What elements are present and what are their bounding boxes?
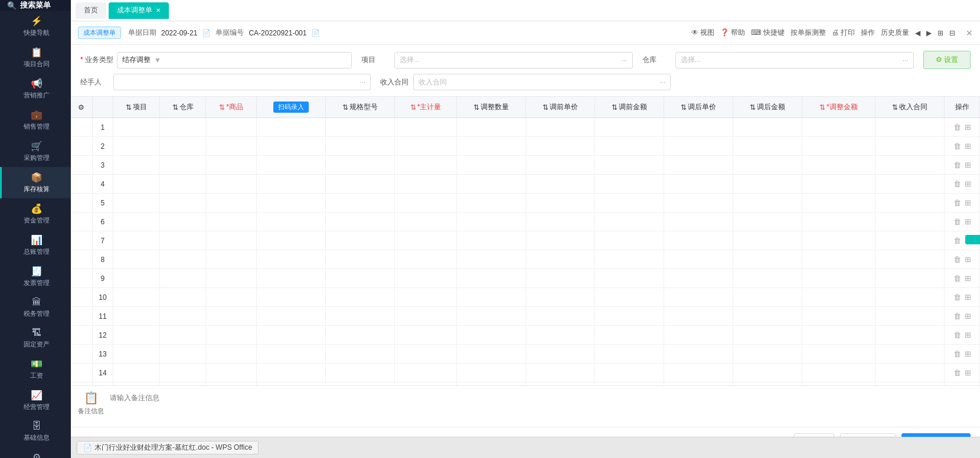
row-project-4[interactable] [113, 175, 159, 194]
row-copy-10[interactable]: ⊞ [965, 293, 971, 302]
row-unit-11[interactable] [394, 307, 456, 326]
row-prev-unit-price-14[interactable] [526, 364, 595, 382]
row-warehouse-4[interactable] [159, 175, 205, 194]
sidebar-item-assets[interactable]: 🏗 固定资产 [0, 323, 71, 354]
row-copy-5[interactable]: ⊞ [965, 198, 971, 207]
row-unit-5[interactable] [394, 194, 456, 212]
row-project-7[interactable] [113, 231, 159, 250]
row-after-amount-8[interactable] [733, 250, 802, 269]
row-spec-4[interactable] [326, 175, 395, 194]
row-prev-amount-4[interactable] [594, 175, 664, 194]
row-adjust-qty-9[interactable] [457, 269, 526, 288]
row-unit-1[interactable] [394, 118, 456, 137]
row-income-contract-2[interactable] [875, 137, 944, 156]
row-prev-unit-price-3[interactable] [526, 156, 595, 175]
row-prev-amount-2[interactable] [594, 137, 664, 156]
row-after-amount-6[interactable] [733, 212, 802, 231]
row-after-unit-price-7[interactable] [664, 231, 733, 250]
row-prev-amount-7[interactable] [594, 231, 664, 250]
row-after-amount-12[interactable] [733, 326, 802, 345]
row-product-4[interactable] [206, 175, 257, 194]
row-income-contract-3[interactable] [875, 156, 944, 175]
row-copy-2[interactable]: ⊞ [965, 142, 971, 151]
row-adjust-qty-13[interactable] [457, 345, 526, 364]
row-income-contract-5[interactable] [875, 194, 944, 212]
row-scan-2[interactable] [257, 137, 326, 156]
row-income-contract-8[interactable] [875, 250, 944, 269]
row-delete-6[interactable]: 🗑 [953, 217, 961, 226]
row-adjust-qty-15[interactable] [457, 382, 526, 386]
row-spec-3[interactable] [326, 156, 395, 175]
row-spec-10[interactable] [326, 288, 395, 307]
row-warehouse-12[interactable] [159, 326, 205, 345]
row-spec-5[interactable] [326, 194, 395, 212]
row-after-amount-3[interactable] [733, 156, 802, 175]
row-prev-unit-price-9[interactable] [526, 269, 595, 288]
sidebar-item-inventory[interactable]: 📦 库存核算 [0, 167, 71, 198]
row-after-unit-price-12[interactable] [664, 326, 733, 345]
sidebar-item-base-info[interactable]: 🗄 基础信息 [0, 416, 71, 447]
row-adjust-amount-2[interactable] [802, 137, 875, 156]
help-action[interactable]: ❓ 帮助 [720, 28, 745, 38]
scan-button[interactable]: 扫码录入 [273, 102, 309, 113]
row-after-amount-4[interactable] [733, 175, 802, 194]
row-prev-unit-price-13[interactable] [526, 345, 595, 364]
row-unit-12[interactable] [394, 326, 456, 345]
sidebar-item-ops[interactable]: 📈 经营管理 [0, 385, 71, 416]
row-warehouse-11[interactable] [159, 307, 205, 326]
row-product-10[interactable] [206, 288, 257, 307]
row-unit-3[interactable] [394, 156, 456, 175]
row-warehouse-2[interactable] [159, 137, 205, 156]
sidebar-item-quick-nav[interactable]: ⚡ 快捷导航 [0, 11, 71, 42]
row-delete-12[interactable]: 🗑 [953, 331, 961, 339]
row-product-9[interactable] [206, 269, 257, 288]
row-unit-6[interactable] [394, 212, 456, 231]
row-spec-12[interactable] [326, 326, 395, 345]
row-adjust-amount-4[interactable] [802, 175, 875, 194]
row-adjust-qty-3[interactable] [457, 156, 526, 175]
row-delete-2[interactable]: 🗑 [953, 142, 961, 151]
row-delete-13[interactable]: 🗑 [953, 349, 961, 358]
sidebar-item-sales[interactable]: 💼 销售管理 [0, 104, 71, 136]
row-unit-9[interactable] [394, 269, 456, 288]
row-adjust-qty-5[interactable] [457, 194, 526, 212]
sidebar-search-label[interactable]: 搜索菜单 [20, 0, 51, 11]
row-income-contract-9[interactable] [875, 269, 944, 288]
row-adjust-amount-7[interactable] [802, 231, 875, 250]
settings-button[interactable]: ⚙ 设置 [923, 51, 971, 69]
row-project-2[interactable] [113, 137, 159, 156]
batch-action[interactable]: 按单振测整 [790, 28, 826, 38]
row-delete-4[interactable]: 🗑 [953, 179, 961, 188]
row-product-3[interactable] [206, 156, 257, 175]
sidebar-item-invoice[interactable]: 🧾 发票管理 [0, 261, 71, 292]
row-delete-11[interactable]: 🗑 [953, 312, 961, 320]
row-spec-6[interactable] [326, 212, 395, 231]
history-action[interactable]: 历史质量 [881, 28, 909, 38]
row-copy-8[interactable]: ⊞ [965, 255, 971, 264]
row-scan-15[interactable] [257, 382, 326, 386]
row-adjust-amount-12[interactable] [802, 326, 875, 345]
row-copy-1[interactable]: ⊞ [965, 123, 971, 132]
row-prev-amount-11[interactable] [594, 307, 664, 326]
row-after-unit-price-15[interactable] [664, 382, 733, 386]
row-unit-13[interactable] [394, 345, 456, 364]
row-after-unit-price-14[interactable] [664, 364, 733, 382]
row-scan-8[interactable] [257, 250, 326, 269]
row-adjust-amount-10[interactable] [802, 288, 875, 307]
row-scan-4[interactable] [257, 175, 326, 194]
row-prev-unit-price-6[interactable] [526, 212, 595, 231]
row-adjust-amount-5[interactable] [802, 194, 875, 212]
window-close-icon[interactable]: ✕ [966, 28, 973, 38]
row-income-contract-10[interactable] [875, 288, 944, 307]
row-unit-10[interactable] [394, 288, 456, 307]
row-scan-9[interactable] [257, 269, 326, 288]
row-adjust-amount-6[interactable] [802, 212, 875, 231]
row-after-amount-11[interactable] [733, 307, 802, 326]
row-project-3[interactable] [113, 156, 159, 175]
row-warehouse-15[interactable] [159, 382, 205, 386]
row-project-8[interactable] [113, 250, 159, 269]
handler-input[interactable]: ··· [113, 74, 371, 90]
row-warehouse-8[interactable] [159, 250, 205, 269]
row-income-contract-4[interactable] [875, 175, 944, 194]
row-adjust-qty-7[interactable] [457, 231, 526, 250]
